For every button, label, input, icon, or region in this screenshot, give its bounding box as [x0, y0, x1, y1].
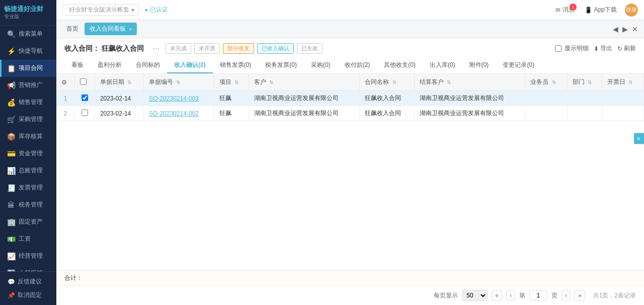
- nav-label: 搜索菜单: [19, 30, 43, 38]
- sidebar-item-固定资产[interactable]: 🏢固定资产: [0, 214, 56, 231]
- sidebar-item-项目合同[interactable]: 📋项目合同: [0, 60, 56, 77]
- row-contract: 狂飙收入合同: [360, 106, 414, 121]
- next-page-btn[interactable]: ›: [561, 290, 571, 300]
- select-all-checkbox[interactable]: [80, 78, 87, 85]
- row-billno: SQ-20230214-002: [144, 106, 214, 121]
- show-detail-checkbox[interactable]: 显示明细: [555, 44, 589, 53]
- sub-tab-收入确认(2)[interactable]: 收入确认(2): [167, 58, 213, 73]
- table-area[interactable]: ⚙ 单据日期 ⇅ 单据编号 ⇅ 项目 ⇅ 客户 ⇅ 合同名称 ⇅ 结算客户 ⇅ …: [56, 74, 644, 270]
- sub-tab-变更记录(0)[interactable]: 变更记录(0): [496, 58, 541, 73]
- sidebar-item-采购管理[interactable]: 🛒采购管理: [0, 111, 56, 128]
- detail-checkbox-input[interactable]: [555, 45, 561, 52]
- row-checkbox-cell[interactable]: [75, 106, 95, 121]
- sidebar-item-营销推广[interactable]: 📢营销推广: [0, 77, 56, 94]
- content-wrapper: 收入合同： 狂飙收入合同 ··· 未完成 未开票 部分收支 已收入确认 已生效: [56, 38, 644, 305]
- message-btn[interactable]: ✉ 1 消息: [553, 6, 575, 14]
- app-download-btn[interactable]: 📱 App下载: [583, 6, 617, 14]
- th-invoice-date[interactable]: 开票日 ⇅: [602, 74, 643, 91]
- sub-tab-附件(0)[interactable]: 附件(0): [462, 58, 496, 73]
- row-salesman: [525, 106, 567, 121]
- refresh-icon: ↻: [617, 45, 622, 52]
- th-customer[interactable]: 客户 ⇅: [249, 74, 359, 91]
- th-date[interactable]: 单据日期 ⇅: [95, 74, 143, 91]
- company-select[interactable]: 好业财专业版演示帐套 ▾: [62, 4, 139, 16]
- bill-no-link[interactable]: SQ-20230214-003: [149, 95, 199, 102]
- th-checkbox[interactable]: [75, 74, 95, 91]
- row-billno: SQ-20230214-003: [144, 91, 214, 106]
- th-dept[interactable]: 部门 ⇅: [567, 74, 602, 91]
- active-tab[interactable]: 收入合同看板 ×: [85, 23, 137, 35]
- sidebar-item-小畅报销[interactable]: 🔄小畅报销: [0, 265, 56, 271]
- topbar: 好业财专业版演示帐套 ▾ 已认证 ✉ 1 消息 📱 App下载 珠珠: [56, 0, 644, 20]
- table-footer: 合计：: [56, 270, 644, 285]
- nav-icon: 💳: [7, 149, 16, 158]
- tab-close-icon[interactable]: ×: [129, 26, 132, 32]
- sub-tab-税务发票(0)[interactable]: 税务发票(0): [258, 58, 304, 73]
- export-icon: ⬇: [594, 45, 599, 52]
- export-btn[interactable]: ⬇ 导出: [594, 44, 612, 53]
- th-salesman[interactable]: 业务员 ⇅: [525, 74, 567, 91]
- row-date: 2023-02-14: [95, 106, 143, 121]
- close-tab-btn[interactable]: ✕: [632, 25, 638, 33]
- first-page-btn[interactable]: «: [492, 290, 502, 300]
- sidebar-bottom-取消固定[interactable]: 📌取消固定: [5, 288, 51, 302]
- sidebar-item-经营管理[interactable]: 📈经营管理: [0, 248, 56, 265]
- next-tab-btn[interactable]: ▶: [622, 25, 628, 33]
- sidebar-item-税务管理[interactable]: 🏛税务管理: [0, 196, 56, 214]
- sidebar-item-库存核算[interactable]: 📦库存核算: [0, 128, 56, 145]
- sub-tab-盈利分析[interactable]: 盈利分析: [91, 58, 129, 73]
- page-input[interactable]: [529, 290, 547, 300]
- sidebar-item-快捷导航[interactable]: ⚡快捷导航: [0, 43, 56, 60]
- refresh-btn[interactable]: ↻ 刷新: [617, 44, 636, 53]
- user-avatar[interactable]: 珠珠: [625, 4, 638, 17]
- bill-no-link[interactable]: SQ-20230214-002: [149, 110, 199, 117]
- sidebar: 畅捷通好业财 专业版 🔍搜索菜单⚡快捷导航📋项目合同📢营销推广💰销售管理🛒采购管…: [0, 0, 56, 305]
- nav-label: 发票管理: [19, 183, 43, 192]
- th-settings[interactable]: ⚙: [56, 74, 75, 91]
- sidebar-item-工资[interactable]: 💵工资: [0, 231, 56, 248]
- nav-icon: 🧾: [7, 183, 16, 192]
- th-contract[interactable]: 合同名称 ⇅: [360, 74, 414, 91]
- sidebar-bottom: 💬反馈建议📌取消固定: [0, 271, 56, 305]
- sub-tab-合同标的[interactable]: 合同标的: [129, 58, 167, 73]
- sidebar-item-销售管理[interactable]: 💰销售管理: [0, 94, 56, 111]
- row-contract: 狂飙收入合同: [360, 91, 414, 106]
- sidebar-item-搜索菜单[interactable]: 🔍搜索菜单: [0, 26, 56, 43]
- per-page-select[interactable]: 50 100 200: [462, 290, 488, 301]
- status-uninvoiced[interactable]: 未开票: [194, 43, 220, 54]
- sub-tab-销售发票(0)[interactable]: 销售发票(0): [213, 58, 259, 73]
- sub-tab-出入库(0)[interactable]: 出入库(0): [423, 58, 462, 73]
- status-confirmed[interactable]: 已收入确认: [257, 43, 294, 54]
- th-billno[interactable]: 单据编号 ⇅: [144, 74, 214, 91]
- th-settle-customer[interactable]: 结算客户 ⇅: [414, 74, 525, 91]
- status-incomplete[interactable]: 未完成: [166, 43, 191, 54]
- th-project[interactable]: 项目 ⇅: [214, 74, 249, 91]
- sidebar-item-总账管理[interactable]: 📊总账管理: [0, 162, 56, 179]
- sidebar-item-发票管理[interactable]: 🧾发票管理: [0, 179, 56, 196]
- last-page-btn[interactable]: »: [575, 290, 585, 300]
- sidebar-bottom-反馈建议[interactable]: 💬反馈建议: [5, 275, 51, 288]
- row-checkbox[interactable]: [82, 94, 88, 101]
- row-settle-customer: 湖南卫视商业运营发展有限公司: [414, 91, 525, 106]
- phone-icon: 📱: [585, 7, 592, 14]
- table-row: 1 2023-02-14 SQ-20230214-003 狂飙 湖南卫视商业运营…: [56, 91, 644, 106]
- more-options-btn[interactable]: ···: [153, 44, 159, 53]
- home-tab[interactable]: 首页: [62, 23, 83, 35]
- status-effective[interactable]: 已生效: [297, 43, 323, 54]
- prev-page-btn[interactable]: ‹: [506, 290, 515, 300]
- sub-tab-收付款(2)[interactable]: 收付款(2): [338, 58, 377, 73]
- sidebar-item-资金管理[interactable]: 💳资金管理: [0, 145, 56, 162]
- app-sub: 专业版: [4, 13, 43, 20]
- nav-label: 总账管理: [19, 166, 43, 175]
- table-header-row: ⚙ 单据日期 ⇅ 单据编号 ⇅ 项目 ⇅ 客户 ⇅ 合同名称 ⇅ 结算客户 ⇅ …: [56, 74, 644, 91]
- status-partial[interactable]: 部分收支: [223, 43, 254, 54]
- sub-tab-采购(0)[interactable]: 采购(0): [304, 58, 338, 73]
- nav-label: 营销推广: [19, 81, 43, 89]
- row-checkbox[interactable]: [82, 110, 88, 116]
- dropdown-icon: ▾: [131, 7, 134, 14]
- prev-tab-btn[interactable]: ◀: [613, 25, 618, 33]
- row-checkbox-cell[interactable]: [75, 91, 95, 106]
- sub-tab-看板[interactable]: 看板: [64, 58, 91, 73]
- sub-tab-其他收支(0)[interactable]: 其他收支(0): [377, 58, 423, 73]
- right-panel-toggle[interactable]: ≡: [634, 133, 644, 144]
